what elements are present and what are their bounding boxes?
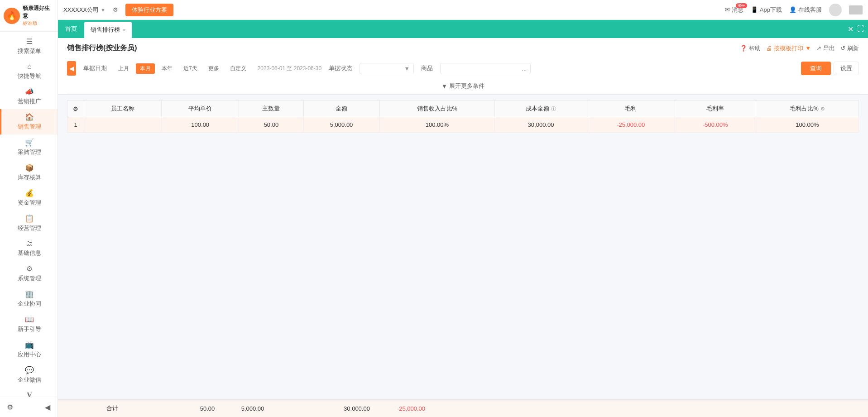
collapse-filter-btn[interactable]: ◀	[67, 61, 76, 76]
page-header: 销售排行榜(按业务员) ❓ 帮助 🖨 按模板打印 ▼ ↗ 导出	[58, 38, 868, 95]
service-icon: 👤	[789, 6, 796, 13]
filter-expand-row: ▼ 展开更多条件	[67, 79, 859, 94]
settings-btn[interactable]: 设置	[834, 62, 859, 75]
td-avg-price: 100.00	[162, 117, 239, 133]
appcenter-icon: 📺	[25, 340, 34, 349]
tab-home[interactable]: 首页	[58, 20, 84, 38]
tab-sales-ranking[interactable]: 销售排行榜 ×	[84, 22, 132, 38]
inventory-icon: 📦	[25, 163, 34, 172]
current-year-tag[interactable]: 本年	[158, 63, 177, 74]
td-gross-rate: -500.00%	[675, 117, 756, 133]
sidebar-item-appcenter[interactable]: 📺 应用中心	[0, 337, 58, 362]
logo-text: 畅康通好生意 标准版	[23, 5, 54, 27]
main: XXXXXX公司 ▼ ⚙ 体验行业方案 ✉ 消息 99+ 📱 App下载 👤 在…	[58, 0, 868, 417]
footer-gross: -25,000.00	[384, 405, 438, 412]
tab-maximize-btn[interactable]: ⛶	[857, 25, 864, 33]
user-avatar[interactable]	[829, 4, 842, 16]
refresh-btn[interactable]: ↺ 刷新	[840, 44, 859, 53]
tab-bar: 首页 销售排行榜 × ✕ ⛶	[58, 20, 868, 38]
help-btn[interactable]: ❓ 帮助	[740, 44, 761, 53]
footer-cost: 30,000.00	[330, 405, 384, 412]
last-month-tag[interactable]: 上月	[114, 63, 133, 74]
th-gross: 毛利	[587, 101, 675, 117]
company-dropdown-icon: ▼	[101, 7, 106, 13]
print-arrow-icon: ▼	[805, 45, 811, 52]
sidebar-item-baseinfo[interactable]: 🗂 基础信息	[0, 236, 58, 261]
td-rank: 1	[67, 117, 84, 133]
custom-tag[interactable]: 自定义	[226, 63, 250, 74]
td-sales-pct: 100.00%	[379, 117, 495, 133]
online-service-btn[interactable]: 👤 在线客服	[789, 6, 822, 14]
msg-btn[interactable]: ✉ 消息 99+	[725, 6, 743, 14]
logo-badge: 标准版	[23, 20, 54, 27]
page-actions: ❓ 帮助 🖨 按模板打印 ▼ ↗ 导出 ↺ 刷新	[740, 44, 859, 53]
sidebar-item-member[interactable]: V 畅会员	[0, 388, 58, 397]
date-range: 上月 本月 本年 近7天 更多 自定义	[114, 63, 250, 74]
company-select[interactable]: XXXXXX公司 ▼	[63, 6, 106, 14]
print-icon: 🖨	[766, 45, 772, 52]
export-btn[interactable]: ↗ 导出	[816, 44, 835, 53]
th-settings[interactable]: ⚙	[67, 101, 84, 117]
table-footer: 合计 50.00 5,000.00 30,000.00 -25,000.00	[58, 399, 868, 417]
sidebar-item-purchase[interactable]: 🛒 采购管理	[0, 134, 58, 160]
status-select[interactable]: ▼	[360, 63, 414, 74]
cost-info-icon: ⓘ	[551, 106, 556, 111]
page-title-row: 销售排行榜(按业务员) ❓ 帮助 🖨 按模板打印 ▼ ↗ 导出	[67, 43, 859, 58]
settings-icon: ⚙	[113, 6, 118, 13]
data-table: ⚙ 员工名称 平均单价 主数量 全额 销售收入占比% 成本全额 ⓘ 毛利 毛利率…	[67, 100, 859, 133]
trial-btn[interactable]: 体验行业方案	[125, 4, 173, 16]
sidebar-item-system[interactable]: ⚙ 系统管理	[0, 261, 58, 286]
date-label: 单据日期	[83, 64, 107, 72]
sidebar-item-sales[interactable]: 🏠 销售管理	[0, 109, 58, 134]
sidebar-item-marketing[interactable]: 📣 营销推广	[0, 84, 58, 109]
sidebar-item-search[interactable]: ☰ 搜索菜单	[0, 34, 58, 59]
current-month-tag[interactable]: 本月	[136, 63, 155, 74]
footer-qty: 50.00	[185, 405, 230, 412]
expand-btn[interactable]: ▼ 展开更多条件	[441, 82, 484, 90]
sidebar-label-appcenter: 应用中心	[18, 350, 41, 359]
sidebar-collapse-btn[interactable]: ◀	[41, 401, 54, 413]
sidebar-label-guide: 新手引导	[18, 325, 41, 333]
app-download-btn[interactable]: 📱 App下载	[751, 6, 782, 14]
service-label: 在线客服	[798, 6, 822, 14]
sidebar-footer: ⚙ ◀	[0, 397, 58, 417]
sidebar-item-enterprise[interactable]: 🏢 企业协同	[0, 286, 58, 312]
tab-close-icon[interactable]: ×	[123, 27, 125, 33]
sidebar-label-system: 系统管理	[18, 274, 41, 283]
sidebar-settings-btn[interactable]: ⚙	[4, 401, 16, 413]
sidebar-label-finance: 资金管理	[18, 199, 41, 207]
system-icon: ⚙	[26, 264, 33, 273]
sidebar-item-quicknav[interactable]: ⌂ 快捷导航	[0, 59, 58, 84]
query-btn[interactable]: 查询	[801, 62, 831, 75]
app-icon: 📱	[751, 6, 758, 13]
search-menu-icon: ☰	[26, 37, 33, 46]
goods-input[interactable]: ...	[440, 63, 531, 74]
sidebar-item-finance[interactable]: 💰 资金管理	[0, 185, 58, 211]
logo-name: 畅康通好生意	[23, 5, 54, 20]
baseinfo-icon: 🗂	[26, 240, 33, 248]
more-tag[interactable]: 更多	[204, 63, 223, 74]
print-btn[interactable]: 🖨 按模板打印 ▼	[766, 44, 811, 53]
sidebar-item-guide[interactable]: 📖 新手引导	[0, 312, 58, 337]
export-label: 导出	[823, 44, 835, 53]
company-name: XXXXXX公司	[63, 6, 99, 14]
goods-more-icon[interactable]: ...	[522, 65, 527, 72]
header-settings-btn[interactable]: ⚙	[109, 4, 122, 16]
date-range-text: 2023-06-01 至 2023-06-30	[258, 65, 321, 72]
last7days-tag[interactable]: 近7天	[179, 63, 201, 74]
expand-label: 展开更多条件	[449, 82, 484, 90]
tab-close-window-btn[interactable]: ✕	[848, 25, 854, 34]
sidebar-label-quicknav: 快捷导航	[18, 72, 41, 80]
sidebar-item-inventory[interactable]: 📦 库存核算	[0, 160, 58, 185]
tab-sales-label: 销售排行榜	[91, 26, 120, 34]
export-icon: ↗	[816, 45, 821, 52]
sidebar-item-wechat[interactable]: 💬 企业微信	[0, 362, 58, 388]
app-label: App下载	[760, 6, 782, 14]
th-gross-rate: 毛利率	[675, 101, 756, 117]
wechat-icon: 💬	[25, 366, 34, 374]
sidebar-item-operation[interactable]: 📋 经营管理	[0, 211, 58, 236]
sidebar-nav: ☰ 搜索菜单 ⌂ 快捷导航 📣 营销推广 🏠 销售管理 🛒 采购管理 📦 库存核…	[0, 32, 58, 397]
th-gross-pct: 毛利占比% ⚙	[756, 101, 858, 117]
goods-label: 商品	[421, 64, 433, 72]
finance-icon: 💰	[25, 189, 34, 197]
